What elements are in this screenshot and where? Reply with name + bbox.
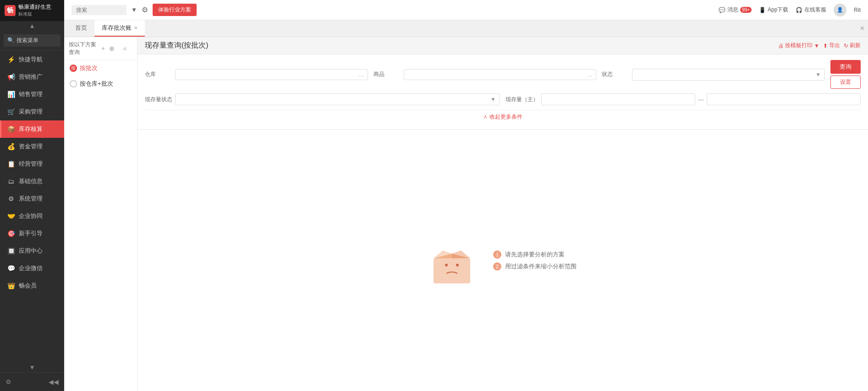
scheme-item-by-warehouse-batch[interactable]: 按仓库+批次 (64, 76, 137, 92)
sidebar-collapse-button[interactable]: ◀◀ (47, 376, 60, 387)
stock-status-select[interactable]: ▼ (175, 93, 500, 105)
status-select[interactable]: ▼ (632, 69, 825, 81)
operation-icon: 📋 (7, 160, 15, 168)
scheme-add-button[interactable]: ＋ (100, 44, 106, 53)
phone-icon: 📱 (759, 7, 766, 13)
username: Rit (854, 7, 861, 13)
stock-status-filter: 现存量状态 ▼ (145, 93, 500, 105)
message-button[interactable]: 💬 消息 99+ (719, 6, 752, 14)
empty-illustration (429, 238, 475, 283)
product-more-icon[interactable]: … (587, 72, 592, 77)
warehouse-filter: 仓库 … (145, 69, 368, 80)
page-header: 现存量查询(按批次) 🖨 按模板打印 ▼ ⬆ 导出 ↻ 刷新 (137, 37, 868, 54)
scheme-item-by-batch[interactable]: 按 按批次 (64, 60, 137, 76)
sidebar-item-inventory[interactable]: 📦 库存核算 (0, 120, 64, 138)
enterprise-icon: 🤝 (7, 212, 15, 220)
stock-amount-range: — (541, 93, 861, 105)
tip-num-1: 1 (493, 250, 501, 259)
page-content: 按以下方案查询 ＋ ⊕ « 按 按批次 按仓 (64, 37, 868, 391)
stock-status-label: 现存量状态 (145, 96, 172, 103)
filter-settings-button[interactable]: 设置 (830, 76, 861, 89)
sidebar-search-section: 🔍 搜索菜单 (0, 31, 64, 51)
export-icon: ⬆ (823, 43, 828, 49)
sidebar-item-marketing[interactable]: 📢 营销推广 (0, 68, 64, 86)
filter-area: 仓库 … 商品 … 状态 (137, 54, 868, 130)
sidebar-item-member[interactable]: 👑 畅会员 (0, 277, 64, 294)
stock-amount-separator: — (698, 96, 704, 103)
collapse-icon: ∧ (483, 114, 488, 120)
sidebar-item-purchase[interactable]: 🛒 采购管理 (0, 103, 64, 120)
basic-icon: 🗂 (7, 178, 15, 185)
stock-amount-min[interactable] (541, 93, 695, 105)
scheme-collapse-button[interactable]: « (117, 44, 132, 53)
export-button[interactable]: ⬆ 导出 (823, 42, 840, 49)
status-label: 状态 (602, 71, 629, 78)
scheme-list: 按 按批次 按仓库+批次 (64, 60, 137, 391)
empty-tip-2: 2 用过滤条件来缩小分析范围 (493, 262, 577, 271)
sales-icon: 📊 (7, 91, 15, 98)
warehouse-input[interactable]: … (175, 69, 368, 80)
sidebar-item-system[interactable]: ⚙ 系统管理 (0, 190, 64, 207)
sidebar-search-button[interactable]: 🔍 搜索菜单 (4, 34, 60, 47)
service-button[interactable]: 🎧 在线客服 (796, 6, 826, 14)
stock-amount-max[interactable] (707, 93, 861, 105)
tab-close-button[interactable]: × (134, 25, 137, 31)
user-avatar[interactable]: 👤 (834, 4, 846, 16)
page-header-actions: 🖨 按模板打印 ▼ ⬆ 导出 ↻ 刷新 (778, 42, 861, 49)
close-panel-button[interactable]: × (860, 24, 864, 33)
finance-icon: 💰 (7, 143, 15, 150)
collapse-more-btn[interactable]: ∧ 收起更多条件 (145, 110, 861, 124)
sidebar-item-operation[interactable]: 📋 经营管理 (0, 155, 64, 173)
tip-num-2: 2 (493, 262, 501, 271)
search-icon: 🔍 (7, 37, 14, 43)
tab-home[interactable]: 首页 (68, 20, 94, 37)
scheme-active-icon: 按 (70, 65, 77, 72)
topbar-left: ▼ ⚙ 体验行业方案 (71, 4, 197, 16)
svg-rect-0 (434, 258, 470, 283)
stock-amount-label: 现存量（主） (505, 96, 538, 103)
print-button[interactable]: 🖨 按模板打印 ▼ (778, 42, 819, 49)
scheme-settings-button[interactable]: ⊕ (109, 45, 115, 52)
print-dropdown-icon: ▼ (814, 43, 819, 49)
topbar: ▼ ⚙ 体验行业方案 💬 消息 99+ 📱 App下载 🎧 在线客服 👤 Rit (64, 0, 868, 20)
sidebar-item-finance[interactable]: 💰 资金管理 (0, 138, 64, 155)
main-area: ▼ ⚙ 体验行业方案 💬 消息 99+ 📱 App下载 🎧 在线客服 👤 Rit (64, 0, 868, 391)
topbar-search-input[interactable] (71, 5, 126, 15)
warehouse-label: 仓库 (145, 71, 172, 78)
app-download-button[interactable]: 📱 App下载 (759, 6, 788, 14)
app-logo: 畅 (5, 5, 16, 16)
target-icon: ⊕ (109, 45, 115, 52)
product-input[interactable]: … (404, 69, 597, 80)
content-area: 现存量查询(按批次) 🖨 按模板打印 ▼ ⬆ 导出 ↻ 刷新 (137, 37, 868, 391)
refresh-button[interactable]: ↻ 刷新 (844, 42, 861, 49)
sidebar-item-wechat[interactable]: 💬 企业微信 (0, 260, 64, 277)
sidebar-item-quick-nav[interactable]: ⚡ 快捷导航 (0, 51, 64, 68)
trial-button[interactable]: 体验行业方案 (153, 4, 197, 16)
product-label: 商品 (374, 71, 401, 78)
sidebar-settings-button[interactable]: ⚙ (4, 376, 13, 387)
wechat-icon: 💬 (7, 265, 15, 272)
topbar-dropdown-button[interactable]: ▼ (131, 6, 137, 13)
sidebar-item-guide[interactable]: 🎯 新手引导 (0, 225, 64, 242)
filter-row-1: 仓库 … 商品 … 状态 (145, 60, 861, 89)
sidebar-scroll-down[interactable]: ▼ (0, 363, 64, 372)
sidebar-item-sales[interactable]: 📊 销售管理 (0, 86, 64, 103)
query-button[interactable]: 查询 (830, 60, 861, 74)
sidebar-item-apps[interactable]: 🔲 应用中心 (0, 242, 64, 260)
empty-state: 1 请先选择要分析的方案 2 用过滤条件来缩小分析范围 (137, 130, 868, 391)
status-dropdown-icon: ▼ (815, 71, 821, 78)
sidebar-item-enterprise[interactable]: 🤝 企业协同 (0, 207, 64, 225)
stock-status-dropdown-icon: ▼ (490, 96, 496, 103)
warehouse-more-icon[interactable]: … (359, 72, 364, 77)
sidebar-header: 畅 畅康通好生意 标准版 (0, 0, 64, 21)
topbar-gear-button[interactable]: ⚙ (142, 5, 148, 14)
plus-icon: ＋ (100, 44, 106, 52)
headset-icon: 🎧 (796, 7, 802, 13)
page-title: 现存量查询(按批次) (145, 41, 209, 50)
sidebar-footer: ⚙ ◀◀ (0, 372, 64, 391)
tab-inventory-batch[interactable]: 库存批次账 × (94, 20, 145, 37)
svg-point-5 (445, 264, 448, 266)
product-filter: 商品 … (374, 69, 597, 80)
sidebar-scroll-up[interactable]: ▲ (0, 21, 64, 31)
sidebar-item-basic[interactable]: 🗂 基础信息 (0, 173, 64, 190)
